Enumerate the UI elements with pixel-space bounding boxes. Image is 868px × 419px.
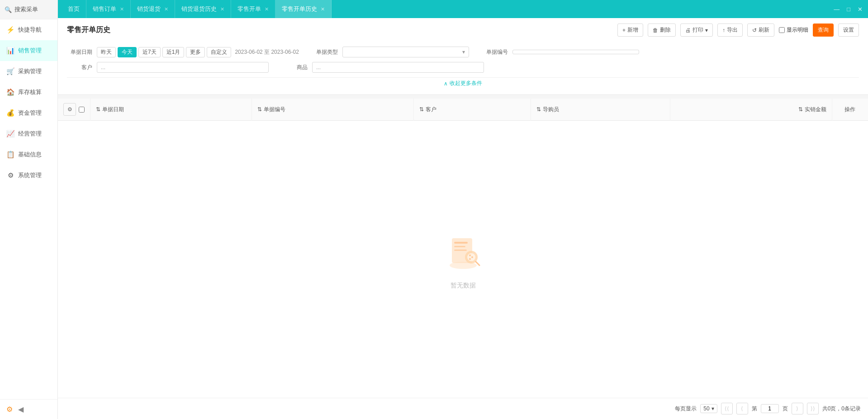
tab-retail-open-close[interactable]: ✕ xyxy=(265,6,269,12)
th-number-sort[interactable]: ⇅ 单据编号 xyxy=(257,106,408,113)
per-page-select[interactable]: 50 ▾ xyxy=(700,404,717,413)
refresh-icon: ↺ xyxy=(752,27,757,33)
tab-sales-order-label: 销售订单 xyxy=(93,5,116,13)
tab-sales-return[interactable]: 销货退货 ✕ xyxy=(131,0,175,18)
query-button[interactable]: 查询 xyxy=(813,24,834,37)
display-detail-checkbox[interactable] xyxy=(779,27,785,33)
operations-icon: 📈 xyxy=(6,130,14,138)
goods-input[interactable]: ... xyxy=(312,62,484,73)
window-maximize-btn[interactable]: □ xyxy=(845,5,852,14)
export-label: 导出 xyxy=(727,26,738,34)
date-range-display: 2023-06-02 至 2023-06-02 xyxy=(235,48,299,56)
filter-area: 单据日期 昨天 今天 近7天 近1月 更多 自定义 2023-06-02 至 2… xyxy=(67,42,859,94)
sidebar-item-system-mgmt[interactable]: ⚙ 系统管理 xyxy=(0,165,57,186)
page-nav-first[interactable]: ⟨⟨ xyxy=(721,403,733,414)
tab-retail-open-label: 零售开单 xyxy=(237,5,261,13)
customer-input[interactable]: ... xyxy=(97,62,269,73)
doc-no-input[interactable] xyxy=(512,50,639,54)
tab-home[interactable]: 首页 xyxy=(62,0,86,18)
sidebar-item-sales-mgmt[interactable]: 📊 销售管理 xyxy=(0,40,57,61)
page-nav-prev[interactable]: ⟨ xyxy=(736,403,748,414)
goods-placeholder: ... xyxy=(316,64,321,71)
tab-retail-open[interactable]: 零售开单 ✕ xyxy=(231,0,275,18)
date-btn-today[interactable]: 今天 xyxy=(118,47,137,57)
refresh-button[interactable]: ↺ 刷新 xyxy=(747,24,774,37)
page-nav-last[interactable]: ⟩⟩ xyxy=(807,403,819,414)
page-title: 零售开单历史 xyxy=(67,25,110,35)
page-nav-next[interactable]: ⟩ xyxy=(792,403,803,414)
sidebar-search[interactable]: 🔍 搜索采单 xyxy=(0,0,57,19)
per-page-value: 50 xyxy=(703,405,709,412)
sidebar-item-basic-info[interactable]: 📋 基础信息 xyxy=(0,144,57,165)
tab-sales-return-history-label: 销货退货历史 xyxy=(181,5,217,13)
add-button[interactable]: + 新增 xyxy=(617,24,643,37)
sidebar-item-finance[interactable]: 💰 资金管理 xyxy=(0,103,57,123)
delete-button[interactable]: 🗑 删除 xyxy=(648,24,676,37)
sidebar-item-quick-nav-label: 快捷导航 xyxy=(18,26,42,34)
th-date-sort[interactable]: ⇅ 单据日期 xyxy=(96,106,246,113)
window-close-btn[interactable]: ✕ xyxy=(856,5,864,14)
display-detail-checkbox-wrapper[interactable]: 显示明细 xyxy=(779,26,808,34)
th-guide-sort-icon: ⇅ xyxy=(536,106,541,113)
tab-retail-history-close[interactable]: ✕ xyxy=(321,6,325,12)
date-btn-more[interactable]: 更多 xyxy=(186,47,205,57)
sidebar-item-inventory-label: 库存核算 xyxy=(18,88,42,96)
sidebar-item-inventory[interactable]: 🏠 库存核算 xyxy=(0,82,57,103)
sidebar-item-purchase-mgmt[interactable]: 🛒 采购管理 xyxy=(0,61,57,82)
empty-state: 暂无数据 xyxy=(58,121,868,398)
customer-label: 客户 xyxy=(67,64,92,71)
sidebar-item-purchase-mgmt-label: 采购管理 xyxy=(18,67,42,75)
export-icon: ↑ xyxy=(722,27,725,33)
th-settings: ⚙ xyxy=(58,99,90,121)
svg-rect-2 xyxy=(454,242,468,244)
th-customer-sort[interactable]: ⇅ 客户 xyxy=(419,106,525,113)
sidebar-settings-btn[interactable]: ⚙ xyxy=(6,405,13,414)
window-minimize-btn[interactable]: — xyxy=(832,5,841,14)
th-customer-label: 客户 xyxy=(426,106,436,113)
doc-type-label: 单据类型 xyxy=(313,48,338,56)
system-mgmt-icon: ⚙ xyxy=(6,171,14,179)
tab-sales-return-history-close[interactable]: ✕ xyxy=(220,6,224,12)
main-area: 首页 销售订单 ✕ 销货退货 ✕ 销货退货历史 ✕ 零售开单 ✕ 零售开单历史 … xyxy=(58,0,868,419)
sidebar-collapse-btn[interactable]: ◀ xyxy=(18,405,24,414)
th-date-sort-icon: ⇅ xyxy=(96,106,100,113)
sidebar-item-quick-nav[interactable]: ⚡ 快捷导航 xyxy=(0,19,57,40)
th-guide: ⇅ 导购员 xyxy=(531,99,670,121)
add-icon: + xyxy=(622,27,626,33)
content-area: 零售开单历史 + 新增 🗑 删除 🖨 打印 ▾ xyxy=(58,18,868,419)
total-info: 共0页，0条记录 xyxy=(822,405,861,413)
sidebar-item-operations-label: 经营管理 xyxy=(18,130,42,138)
sidebar-item-operations[interactable]: 📈 经营管理 xyxy=(0,123,57,144)
sidebar-nav: ⚡ 快捷导航 📊 销售管理 🛒 采购管理 🏠 库存核算 💰 资金管理 📈 经营管… xyxy=(0,19,57,399)
print-button[interactable]: 🖨 打印 ▾ xyxy=(680,24,713,37)
tab-bar: 首页 销售订单 ✕ 销货退货 ✕ 销货退货历史 ✕ 零售开单 ✕ 零售开单历史 … xyxy=(58,0,868,18)
page-input[interactable] xyxy=(761,404,779,413)
tab-retail-history[interactable]: 零售开单历史 ✕ xyxy=(275,0,332,18)
tab-retail-history-label: 零售开单历史 xyxy=(282,5,317,13)
filter-row-date: 单据日期 昨天 今天 近7天 近1月 更多 自定义 2023-06-02 至 2… xyxy=(67,47,859,57)
filter-collapse-toggle[interactable]: ∧ 收起更多条件 xyxy=(67,77,859,89)
export-button[interactable]: ↑ 导出 xyxy=(717,24,743,37)
th-number-sort-icon: ⇅ xyxy=(257,106,262,113)
page-suffix: 页 xyxy=(783,405,788,413)
page-label: 第 xyxy=(752,405,757,413)
th-guide-sort[interactable]: ⇅ 导购员 xyxy=(536,106,664,113)
tab-sales-order[interactable]: 销售订单 ✕ xyxy=(86,0,131,18)
empty-icon xyxy=(441,229,486,274)
tab-sales-return-close[interactable]: ✕ xyxy=(164,6,168,12)
th-date-label: 单据日期 xyxy=(102,106,124,113)
tab-sales-return-history[interactable]: 销货退货历史 ✕ xyxy=(175,0,231,18)
date-btn-yesterday[interactable]: 昨天 xyxy=(97,47,116,57)
date-btn-7days[interactable]: 近7天 xyxy=(138,47,161,57)
date-btn-1month[interactable]: 近1月 xyxy=(162,47,185,57)
settings-button[interactable]: 设置 xyxy=(838,24,859,37)
date-btn-custom[interactable]: 自定义 xyxy=(207,47,231,57)
th-number: ⇅ 单据编号 xyxy=(252,99,413,121)
select-all-checkbox[interactable] xyxy=(79,107,85,113)
doc-type-select[interactable]: ▾ xyxy=(342,47,469,57)
table-settings-btn[interactable]: ⚙ xyxy=(63,103,76,116)
th-amount-sort[interactable]: ⇅ 实销金额 xyxy=(676,106,826,113)
th-amount: ⇅ 实销金额 xyxy=(670,99,832,121)
tab-sales-order-close[interactable]: ✕ xyxy=(120,6,124,12)
per-page-dropdown-icon: ▾ xyxy=(711,405,714,412)
